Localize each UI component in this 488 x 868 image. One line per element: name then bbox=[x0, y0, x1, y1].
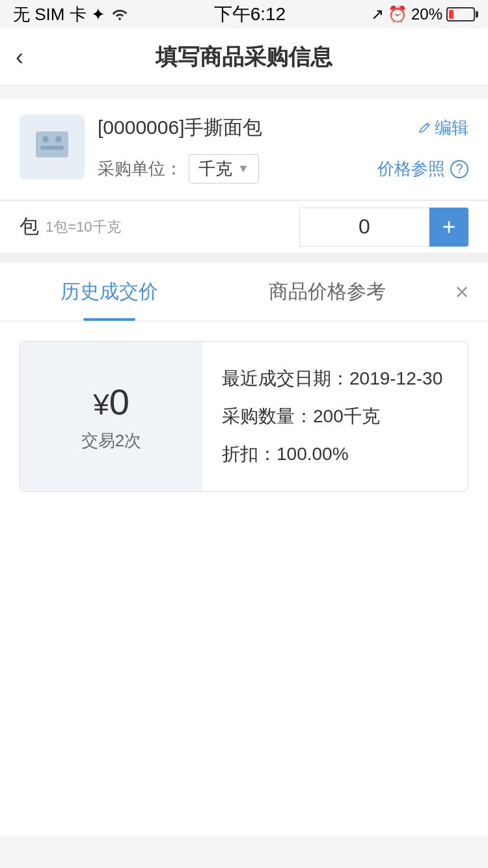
price-card-wrap: ¥0 交易2次 最近成交日期：2019-12-30 采购数量：200千克 折扣：… bbox=[0, 321, 488, 511]
quantity-plus-button[interactable]: + bbox=[429, 208, 468, 247]
svg-rect-0 bbox=[36, 131, 68, 157]
tab-bar: 历史成交价 商品价格参考 × bbox=[0, 263, 488, 321]
tab-product-price-ref[interactable]: 商品价格参考 bbox=[218, 263, 436, 321]
recent-date-label: 最近成交日期： bbox=[222, 368, 349, 388]
product-details: [0000006]手撕面包 编辑 采购单位： 千克 ▼ 价格参照 ? bbox=[98, 115, 468, 183]
product-thumbnail bbox=[20, 115, 85, 180]
yuan-symbol: ¥ bbox=[93, 388, 109, 420]
product-unit-row: 采购单位： 千克 ▼ 价格参照 ? bbox=[98, 154, 468, 183]
price-trades: 交易2次 bbox=[81, 429, 141, 452]
discount-label: 折扣： bbox=[222, 444, 277, 464]
tab-product-price-ref-label: 商品价格参考 bbox=[269, 278, 386, 305]
price-card: ¥0 交易2次 最近成交日期：2019-12-30 采购数量：200千克 折扣：… bbox=[20, 341, 468, 492]
product-name-row: [0000006]手撕面包 编辑 bbox=[98, 115, 468, 141]
product-icon-graphic bbox=[33, 125, 72, 170]
dropdown-arrow-icon: ▼ bbox=[237, 162, 249, 176]
price-card-right: 最近成交日期：2019-12-30 采购数量：200千克 折扣：100.00% bbox=[202, 342, 468, 491]
status-left: 无 SIM 卡 ✦ bbox=[13, 3, 129, 26]
tab-active-indicator bbox=[83, 318, 135, 321]
status-bar: 无 SIM 卡 ✦ 下午6:12 ↗ ⏰ 20% bbox=[0, 0, 488, 29]
status-time: 下午6:12 bbox=[214, 2, 286, 27]
purchase-qty-value: 200千克 bbox=[313, 406, 380, 426]
price-ref-label: 价格参照 bbox=[377, 157, 445, 180]
alarm-icon: ⏰ bbox=[388, 5, 407, 23]
unit-value: 千克 bbox=[198, 157, 232, 180]
product-section: [0000006]手撕面包 编辑 采购单位： 千克 ▼ 价格参照 ? bbox=[0, 99, 488, 199]
svg-point-1 bbox=[42, 136, 49, 142]
unit-label: 采购单位： bbox=[98, 157, 182, 180]
quantity-section: 包 1包=10千克 0 + bbox=[0, 200, 488, 252]
qty-unit: 包 bbox=[20, 213, 39, 240]
edit-link[interactable]: 编辑 bbox=[418, 116, 468, 139]
price-card-left: ¥0 交易2次 bbox=[20, 342, 202, 491]
location-icon: ↗ bbox=[371, 5, 384, 23]
discount-value: 100.00% bbox=[277, 444, 349, 464]
qty-sub-label: 1包=10千克 bbox=[46, 217, 121, 237]
battery-icon bbox=[446, 7, 475, 21]
back-button[interactable]: ‹ bbox=[16, 44, 23, 71]
product-name: [0000006]手撕面包 bbox=[98, 115, 262, 141]
discount-item: 折扣：100.00% bbox=[222, 441, 448, 468]
price-amount: ¥0 bbox=[93, 381, 129, 423]
nav-bar: ‹ 填写商品采购信息 bbox=[0, 29, 488, 86]
quantity-input[interactable]: 0 bbox=[299, 208, 429, 247]
help-icon: ? bbox=[450, 160, 468, 178]
price-reference-button[interactable]: 价格参照 ? bbox=[377, 157, 468, 180]
price-value: 0 bbox=[109, 381, 129, 422]
unit-dropdown[interactable]: 千克 ▼ bbox=[189, 154, 259, 183]
close-icon: × bbox=[455, 278, 468, 306]
status-right: ↗ ⏰ 20% bbox=[371, 5, 475, 23]
quantity-input-wrap: 0 + bbox=[299, 208, 468, 247]
tab-close-button[interactable]: × bbox=[436, 263, 488, 321]
svg-point-2 bbox=[55, 136, 62, 142]
battery-percent: 20% bbox=[411, 5, 442, 23]
recent-date-item: 最近成交日期：2019-12-30 bbox=[222, 365, 448, 392]
quantity-label: 包 1包=10千克 bbox=[20, 213, 121, 240]
purchase-qty-item: 采购数量：200千克 bbox=[222, 403, 448, 430]
purchase-qty-label: 采购数量： bbox=[222, 406, 313, 426]
tab-history-price-label: 历史成交价 bbox=[61, 278, 158, 305]
bottom-space bbox=[0, 511, 488, 837]
page-title: 填写商品采购信息 bbox=[156, 42, 332, 72]
recent-date-value: 2019-12-30 bbox=[349, 368, 442, 388]
wifi-icon bbox=[111, 5, 129, 25]
section-divider bbox=[0, 252, 488, 263]
unit-selector-group: 采购单位： 千克 ▼ bbox=[98, 154, 259, 183]
edit-icon bbox=[418, 121, 432, 135]
tab-history-price[interactable]: 历史成交价 bbox=[0, 263, 218, 321]
svg-rect-3 bbox=[40, 146, 64, 150]
sim-label: 无 SIM 卡 ✦ bbox=[13, 3, 105, 26]
